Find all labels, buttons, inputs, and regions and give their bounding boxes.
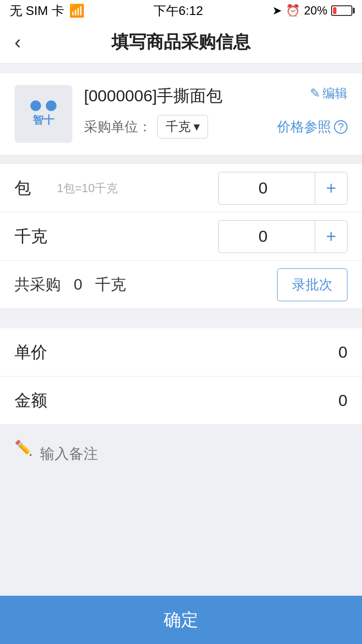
unit-value: 千克	[166, 118, 191, 135]
section-divider-2	[0, 309, 362, 319]
page-title: 填写商品采购信息	[111, 30, 251, 54]
kg-quantity-input-wrap: +	[218, 220, 348, 253]
unit-price-row: 单价 0	[0, 328, 362, 377]
amount-label: 金额	[14, 390, 47, 412]
status-left: 无 SIM 卡 📶	[10, 2, 84, 19]
quantity-section: 包 1包=10千克 + 千克 +	[0, 164, 362, 261]
owl-text: 智十	[33, 113, 54, 127]
chevron-down-icon: ▾	[194, 119, 200, 134]
total-unit: 千克	[95, 276, 126, 293]
unit-price-value: 0	[338, 343, 348, 362]
owl-eye-left	[30, 100, 41, 111]
owl-eye-right	[46, 100, 56, 111]
kg-plus-button[interactable]: +	[315, 220, 348, 253]
status-bar: 无 SIM 卡 📶 下午6:12 ➤ ⏰ 20%	[0, 0, 362, 21]
battery-icon	[331, 5, 352, 16]
total-row: 共采购 0 千克 录批次	[0, 261, 362, 309]
product-logo: 智十	[24, 95, 63, 133]
kg-label: 千克	[14, 225, 53, 248]
bag-label: 包	[14, 177, 53, 199]
pricing-section: 单价 0 金额 0	[0, 328, 362, 425]
back-button[interactable]: ‹	[14, 31, 43, 53]
amount-row: 金额 0	[0, 377, 362, 425]
price-ref-button[interactable]: 价格参照 ?	[277, 118, 348, 136]
kg-quantity-input[interactable]	[218, 220, 315, 253]
remark-section: ✏️	[0, 425, 362, 541]
unit-select-wrap: 采购单位： 千克 ▾	[84, 115, 208, 139]
help-icon: ?	[334, 120, 348, 134]
nav-bar: ‹ 填写商品采购信息	[0, 21, 362, 64]
status-time: 下午6:12	[153, 2, 203, 19]
alarm-icon: ⏰	[286, 4, 300, 17]
total-value: 0	[74, 276, 83, 293]
amount-value: 0	[338, 391, 348, 410]
unit-dropdown[interactable]: 千克 ▾	[157, 115, 208, 139]
bag-row: 包 1包=10千克 +	[0, 164, 362, 212]
pencil-icon: ✏️	[14, 439, 32, 456]
product-name: [0000006]手撕面包	[84, 85, 223, 107]
record-batch-button[interactable]: 录批次	[277, 268, 348, 301]
edit-button[interactable]: ✎ 编辑	[310, 85, 348, 102]
product-info: [0000006]手撕面包 ✎ 编辑 采购单位： 千克 ▾ 价格参照 ?	[84, 85, 348, 139]
bag-quantity-input-wrap: +	[218, 172, 348, 205]
section-divider-1	[0, 154, 362, 164]
carrier-text: 无 SIM 卡	[10, 2, 64, 19]
unit-price-label: 单价	[14, 341, 47, 364]
unit-label: 采购单位：	[84, 118, 152, 136]
bag-plus-button[interactable]: +	[315, 172, 348, 205]
product-card: 智十 [0000006]手撕面包 ✎ 编辑 采购单位： 千克 ▾ 价格参照 ?	[0, 73, 362, 154]
status-right: ➤ ⏰ 20%	[272, 4, 352, 17]
bag-sublabel: 1包=10千克	[57, 181, 118, 196]
wifi-icon: 📶	[69, 3, 84, 18]
kg-row: 千克 +	[0, 212, 362, 261]
confirm-button[interactable]: 确定	[0, 596, 362, 644]
total-text: 共采购 0 千克	[14, 274, 126, 295]
bag-quantity-input[interactable]	[218, 172, 315, 205]
edit-icon: ✎	[310, 86, 320, 101]
remark-input[interactable]	[40, 439, 348, 468]
owl-eyes	[30, 100, 56, 111]
location-icon: ➤	[272, 4, 282, 17]
battery-text: 20%	[304, 4, 327, 17]
total-label: 共采购	[14, 276, 61, 293]
price-ref-label: 价格参照	[277, 118, 331, 136]
product-thumbnail: 智十	[14, 85, 72, 143]
product-unit-row: 采购单位： 千克 ▾ 价格参照 ?	[84, 115, 348, 139]
edit-label: 编辑	[322, 85, 348, 102]
